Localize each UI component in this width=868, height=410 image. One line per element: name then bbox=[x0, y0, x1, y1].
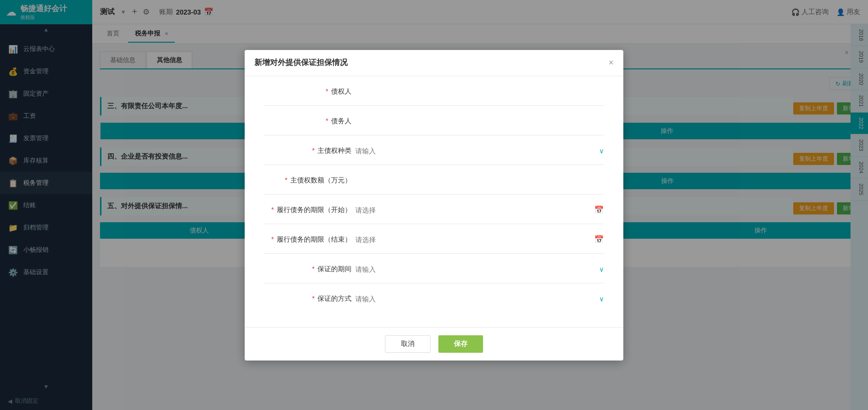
guarantee-method-input[interactable] bbox=[351, 293, 599, 305]
debt-type-required-mark: * bbox=[312, 147, 315, 154]
debt-type-input[interactable] bbox=[351, 145, 599, 157]
period-end-input[interactable] bbox=[351, 234, 594, 246]
debt-type-select-wrapper[interactable]: ∨ bbox=[351, 145, 604, 157]
modal-title: 新增对外提供保证担保情况 bbox=[254, 58, 348, 68]
modal-footer: 取消 保存 bbox=[245, 327, 623, 361]
guarantee-method-chevron-icon: ∨ bbox=[599, 295, 604, 303]
period-start-calendar-icon[interactable]: 📅 bbox=[594, 205, 604, 214]
period-end-date-wrapper[interactable]: 📅 bbox=[351, 234, 604, 246]
guarantee-period-label: * 保证的期间 bbox=[264, 265, 351, 274]
debt-type-chevron-icon: ∨ bbox=[599, 147, 604, 155]
debt-amount-required-mark: * bbox=[285, 176, 287, 184]
period-start-required-mark: * bbox=[271, 206, 274, 213]
guarantee-method-select-wrapper[interactable]: ∨ bbox=[351, 293, 604, 305]
period-end-label: * 履行债务的期限（结束） bbox=[264, 235, 351, 244]
debt-type-label: * 主债权种类 bbox=[264, 147, 351, 155]
debt-amount-field: * 主债权数额（万元） bbox=[264, 175, 604, 195]
debt-type-field: * 主债权种类 ∨ bbox=[264, 145, 604, 165]
debtor-required-mark: * bbox=[326, 117, 328, 125]
debtor-field: * 债务人 bbox=[264, 115, 604, 135]
modal-overlay: 新增对外提供保证担保情况 × * 债权人 * 债务人 bbox=[0, 0, 868, 410]
period-start-label: * 履行债务的期限（开始） bbox=[264, 206, 351, 214]
period-start-input[interactable] bbox=[351, 204, 594, 216]
debtor-input[interactable] bbox=[351, 115, 604, 127]
guarantee-method-label: * 保证的方式 bbox=[264, 295, 351, 303]
guarantee-period-required-mark: * bbox=[312, 265, 315, 273]
creditor-label: * 债权人 bbox=[264, 87, 351, 96]
cancel-button[interactable]: 取消 bbox=[385, 335, 431, 353]
creditor-required-mark: * bbox=[326, 87, 328, 95]
period-end-required-mark: * bbox=[271, 235, 274, 243]
debt-amount-input[interactable] bbox=[351, 175, 604, 186]
modal-header: 新增对外提供保证担保情况 × bbox=[245, 50, 623, 76]
save-button[interactable]: 保存 bbox=[438, 335, 483, 353]
guarantee-period-chevron-icon: ∨ bbox=[599, 265, 604, 273]
modal-close-button[interactable]: × bbox=[608, 58, 614, 68]
guarantee-period-select-wrapper[interactable]: ∨ bbox=[351, 263, 604, 275]
period-end-calendar-icon[interactable]: 📅 bbox=[594, 235, 604, 244]
guarantee-method-required-mark: * bbox=[312, 295, 315, 302]
modal: 新增对外提供保证担保情况 × * 债权人 * 债务人 bbox=[245, 50, 623, 361]
creditor-field: * 债权人 bbox=[264, 86, 604, 106]
modal-body: * 债权人 * 债务人 * 主债权种类 bbox=[245, 76, 623, 327]
period-end-field: * 履行债务的期限（结束） 📅 bbox=[264, 234, 604, 254]
guarantee-method-field: * 保证的方式 ∨ bbox=[264, 293, 604, 312]
period-start-date-wrapper[interactable]: 📅 bbox=[351, 204, 604, 216]
debt-amount-label: * 主债权数额（万元） bbox=[264, 176, 351, 185]
guarantee-period-field: * 保证的期间 ∨ bbox=[264, 263, 604, 283]
debtor-label: * 债务人 bbox=[264, 117, 351, 126]
guarantee-period-input[interactable] bbox=[351, 263, 599, 275]
creditor-input[interactable] bbox=[351, 86, 604, 98]
period-start-field: * 履行债务的期限（开始） 📅 bbox=[264, 204, 604, 224]
